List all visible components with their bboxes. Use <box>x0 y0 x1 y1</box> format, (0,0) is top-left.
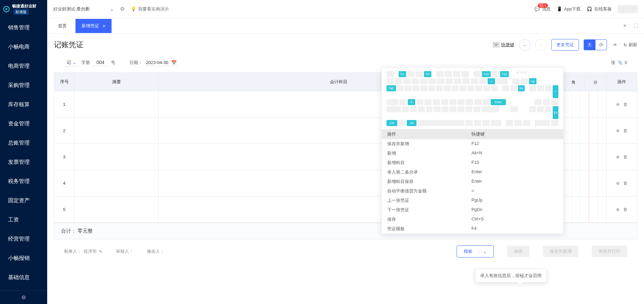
nav-ecom-mgmt[interactable]: 电商管理 <box>0 57 47 76</box>
sheet-count-icon[interactable]: 0 <box>625 60 627 65</box>
total-text: 零元整 <box>78 228 93 234</box>
chevron-down-icon: ⌄ <box>72 60 76 65</box>
nav-xchang-ecom[interactable]: 小畅电商 <box>0 37 47 57</box>
phone-icon: 📱 <box>557 6 562 11</box>
size-toggle: 大 小 <box>584 39 607 50</box>
tooltip-text: 录入有效信息后，按钮才会启用 <box>480 273 542 278</box>
sc-head-key: 快捷键 <box>471 131 485 137</box>
nav-inventory[interactable]: 库存核算 <box>0 95 47 114</box>
nav-basic[interactable]: 基础信息 <box>0 268 47 287</box>
delete-row-icon[interactable]: 🗑 <box>623 154 627 159</box>
cell-summary[interactable] <box>74 196 159 222</box>
save-add-button: 保存并新增 <box>543 246 578 257</box>
edition-badge: 标准版 <box>13 9 29 15</box>
cell-summary[interactable] <box>74 144 159 170</box>
sc-op: 自动平衡借贷方金额 <box>387 188 471 194</box>
sidebar-footer: ⚙ <box>0 291 47 304</box>
template-button[interactable]: 模板 ⌄ <box>457 245 494 257</box>
brand-name: 畅捷通好业财 <box>12 3 36 9</box>
refresh-button[interactable]: ↻ 刷新 <box>623 42 637 48</box>
sc-key: F12 <box>471 141 479 147</box>
th-summary: 摘要 <box>74 73 159 91</box>
nav-salary[interactable]: 工资 <box>0 210 47 230</box>
cell-summary[interactable] <box>74 170 159 196</box>
size-large[interactable]: 大 <box>584 39 595 50</box>
cell-summary[interactable] <box>74 91 159 117</box>
date-picker[interactable]: 2023-04-30 📅 <box>145 59 178 66</box>
cell-summary[interactable] <box>74 118 159 144</box>
nav-funds[interactable]: 资金管理 <box>0 114 47 133</box>
tab-close-icon[interactable]: ✕ <box>102 24 105 28</box>
tab-new-voucher[interactable]: 新增凭证 ✕ <box>75 19 112 33</box>
avatar[interactable] <box>618 5 638 13</box>
sc-key: PgUp <box>471 197 483 204</box>
add-row-icon[interactable]: ⊕ <box>616 154 620 159</box>
date-value: 2023-04-30 <box>146 60 168 65</box>
eye-icon[interactable]: 👁 <box>612 41 619 49</box>
fullscreen-icon[interactable]: ⛶ <box>632 22 639 30</box>
message-link[interactable]: 99 + 💬 消息 <box>534 6 551 12</box>
size-small[interactable]: 小 <box>595 39 607 50</box>
more-vouchers-button[interactable]: 更多凭证 <box>551 39 579 51</box>
prev-button[interactable]: ← <box>519 39 530 51</box>
sc-op: 凭证模板 <box>387 226 471 232</box>
tab-home[interactable]: 首页 <box>52 19 73 33</box>
cell-action: ⊕🗑 <box>607 91 637 117</box>
shortcut-row: 上一张凭证PgUp <box>382 196 563 205</box>
sc-key: = <box>471 188 474 194</box>
voucher-number-input[interactable] <box>92 59 109 66</box>
page-title: 记账凭证 <box>54 40 84 50</box>
download-link[interactable]: 📱 App下载 <box>557 6 581 12</box>
nav-sales[interactable]: 销售管理 <box>0 18 47 37</box>
modifier-label: 修改人： <box>147 248 164 254</box>
sc-op: 保存 <box>387 216 471 222</box>
close-all-icon[interactable]: ✕ <box>622 22 628 30</box>
delete-row-icon[interactable]: 🗑 <box>623 128 627 133</box>
voucher-number-unit: 号 <box>111 60 115 66</box>
voucher-type-suffix: 字第 <box>81 60 90 66</box>
shortcut-row: 保存Ctrl+S <box>382 215 563 224</box>
nav-expense[interactable]: 小畅报销 <box>0 249 47 268</box>
shortcut-label: 快捷键 <box>501 42 514 48</box>
project-selector[interactable]: 好业财测试-量勿删 ⌄ <box>53 6 114 12</box>
demo-label: 我要看实例演示 <box>138 6 169 12</box>
add-row-icon[interactable]: ⊕ <box>616 207 620 212</box>
sc-key: Enter <box>471 179 482 185</box>
service-link[interactable]: 🎧 在线客服 <box>587 6 612 12</box>
shortcut-row: 新增科目保存Enter <box>382 177 563 186</box>
tab-label: 新增凭证 <box>82 23 99 28</box>
nav-tax[interactable]: 税务管理 <box>0 172 47 191</box>
sc-op: 下一张凭证 <box>387 207 471 213</box>
save-print-button: 保存并打印 <box>592 246 627 257</box>
th-index: 序号 <box>54 73 74 91</box>
cell-action: ⊕🗑 <box>607 144 637 170</box>
project-name: 好业财测试-量勿删 <box>53 6 90 12</box>
attachment-icon[interactable]: 📎 <box>617 60 623 65</box>
add-row-icon[interactable]: ⊕ <box>616 128 620 133</box>
brand-area: 畅捷通好业财 标准版 <box>0 0 47 18</box>
edit-icon[interactable]: ✎ <box>99 249 102 254</box>
delete-row-icon[interactable]: 🗑 <box>623 181 627 186</box>
nav-ledger[interactable]: 总账管理 <box>0 133 47 153</box>
gear-icon[interactable]: ⚙ <box>21 295 26 300</box>
add-row-icon[interactable]: ⊕ <box>616 102 620 107</box>
sc-key: Enter <box>471 169 482 175</box>
nav-purchase[interactable]: 采购管理 <box>0 76 47 95</box>
nav-ops[interactable]: 经营管理 <box>0 230 47 249</box>
sheet-unit: 张 <box>611 60 615 66</box>
cell-index: 3 <box>54 144 74 170</box>
shortcut-row: 保存并新增F12 <box>382 139 563 149</box>
calendar-icon: 📅 <box>171 60 177 65</box>
nav-invoice[interactable]: 发票管理 <box>0 153 47 172</box>
shortcut-link[interactable]: 快捷键 <box>493 42 514 48</box>
add-row-icon[interactable]: ⊕ <box>616 181 620 186</box>
cell-index: 1 <box>54 91 74 117</box>
voucher-type-select[interactable]: 记 ⌄ <box>64 59 79 66</box>
nav: 销售管理 小畅电商 电商管理 采购管理 库存核算 资金管理 总账管理 发票管理 … <box>0 18 47 291</box>
delete-row-icon[interactable]: 🗑 <box>623 102 627 107</box>
delete-row-icon[interactable]: 🗑 <box>623 207 627 212</box>
settings-icon[interactable]: ⚙ <box>120 6 125 12</box>
demo-link[interactable]: 💡 我要看实例演示 <box>131 6 169 12</box>
cell-index: 5 <box>54 196 74 222</box>
nav-assets[interactable]: 固定资产 <box>0 191 47 210</box>
